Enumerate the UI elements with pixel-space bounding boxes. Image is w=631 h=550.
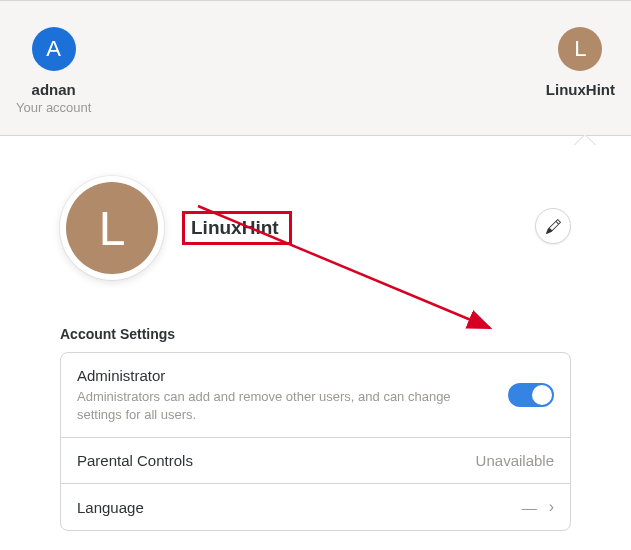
avatar-initial: A	[46, 36, 61, 62]
profile-name: LinuxHint	[191, 217, 279, 238]
row-main: Parental Controls	[77, 452, 464, 469]
edit-name-button[interactable]	[535, 208, 571, 244]
annotation-highlight-box: LinuxHint	[182, 211, 292, 245]
row-value: —	[522, 499, 537, 516]
user-sub-label: Your account	[16, 100, 91, 115]
user-tile-linuxhint[interactable]: L LinuxHint	[546, 27, 615, 98]
row-desc: Administrators can add and remove other …	[77, 388, 496, 423]
administrator-toggle[interactable]	[508, 383, 554, 407]
row-main: Language	[77, 499, 510, 516]
row-value: Unavailable	[476, 452, 554, 469]
row-administrator: Administrator Administrators can add and…	[61, 353, 570, 438]
pencil-icon	[546, 219, 561, 234]
user-switcher-bar: A adnan Your account L LinuxHint	[0, 0, 631, 136]
row-parental-controls[interactable]: Parental Controls Unavailable	[61, 438, 570, 484]
profile-header: L LinuxHint	[60, 176, 571, 280]
user-detail-panel: L LinuxHint Account Settings Administrat…	[0, 136, 631, 550]
row-main: Administrator Administrators can add and…	[77, 367, 496, 423]
user-name-label: LinuxHint	[546, 81, 615, 98]
avatar-large: L	[66, 182, 158, 274]
account-settings-list: Administrator Administrators can add and…	[60, 352, 571, 531]
avatar-linuxhint: L	[558, 27, 602, 71]
chevron-right-icon: ›	[549, 498, 554, 516]
section-title: Account Settings	[60, 326, 571, 342]
user-tile-adnan[interactable]: A adnan Your account	[16, 27, 91, 115]
avatar-large-wrap[interactable]: L	[60, 176, 164, 280]
avatar-adnan: A	[32, 27, 76, 71]
row-language[interactable]: Language — ›	[61, 484, 570, 530]
avatar-initial: L	[574, 36, 586, 62]
user-name-label: adnan	[32, 81, 76, 98]
row-title: Language	[77, 499, 510, 516]
row-title: Parental Controls	[77, 452, 464, 469]
avatar-initial: L	[99, 201, 126, 256]
row-title: Administrator	[77, 367, 496, 384]
